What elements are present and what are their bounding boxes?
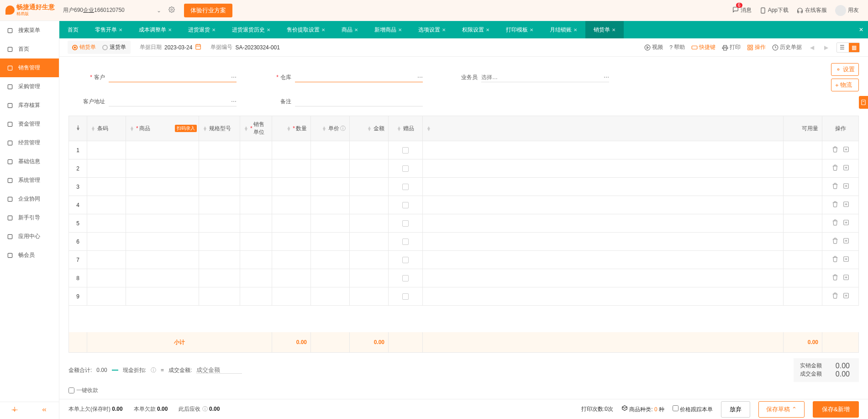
close-icon[interactable]: ✕ <box>119 27 122 32</box>
delete-row-button[interactable] <box>832 256 838 264</box>
checkbox-icon[interactable] <box>402 257 409 263</box>
sidebar-item-系统管理[interactable]: 系统管理 <box>0 171 59 190</box>
checkbox-icon[interactable] <box>402 147 409 154</box>
cell-spec[interactable] <box>199 233 240 251</box>
cell-spec[interactable] <box>199 214 240 233</box>
cell-barcode[interactable] <box>87 141 126 159</box>
save-new-button[interactable]: 保存&新增 <box>813 401 859 418</box>
col-avail[interactable]: 可用量 <box>784 116 822 141</box>
tab-新增商品[interactable]: 新增商品✕ <box>366 21 410 38</box>
delete-row-button[interactable] <box>832 201 838 209</box>
sidebar-item-基础信息[interactable]: 基础信息 <box>0 152 59 171</box>
discard-button[interactable]: 放弃 <box>721 401 750 418</box>
tenant-selector[interactable]: 用户690企业1660120750 ⌄ <box>63 6 161 14</box>
online-service-link[interactable]: 在线客服 <box>797 6 827 14</box>
delete-row-button[interactable] <box>832 164 838 172</box>
cell-barcode[interactable] <box>87 196 126 214</box>
cell-barcode[interactable] <box>87 269 126 287</box>
remark-input[interactable] <box>295 98 423 105</box>
info-icon[interactable]: ⓘ <box>151 366 156 374</box>
cell-price[interactable] <box>311 287 350 306</box>
cell-gift[interactable] <box>389 233 423 251</box>
insert-row-button[interactable] <box>843 292 849 300</box>
close-icon[interactable]: ✕ <box>321 27 325 32</box>
cell-product[interactable] <box>126 159 199 178</box>
cell-amount[interactable] <box>350 141 389 159</box>
print-link[interactable]: 打印 <box>722 43 741 51</box>
close-icon[interactable]: ✕ <box>398 27 402 32</box>
col-qty[interactable]: ▲▼*数量 <box>272 116 311 141</box>
cell-unit[interactable] <box>240 251 272 269</box>
cell-qty[interactable] <box>272 178 311 196</box>
cell-amount[interactable] <box>350 269 389 287</box>
cell-gift[interactable] <box>389 269 423 287</box>
cell-qty[interactable] <box>272 287 311 306</box>
cell-spec[interactable] <box>199 269 240 287</box>
scan-badge[interactable]: 扫码录入 <box>175 125 197 132</box>
cell-gift[interactable] <box>389 251 423 269</box>
radio-return[interactable]: 退货单 <box>102 43 126 51</box>
col-gift[interactable]: ▲▼赠品 <box>389 116 423 141</box>
cell-unit[interactable] <box>240 196 272 214</box>
checkbox-icon[interactable] <box>402 202 409 208</box>
list-view-button[interactable]: ☰ <box>837 43 847 52</box>
address-input[interactable] <box>109 98 231 105</box>
tab-打印模板[interactable]: 打印模板✕ <box>498 21 542 38</box>
checkbox-icon[interactable] <box>402 184 409 190</box>
col-spec[interactable]: ▲▼规格型号 <box>199 116 240 141</box>
sidebar-item-库存核算[interactable]: 库存核算 <box>0 96 59 115</box>
cell-qty[interactable] <box>272 269 311 287</box>
brand-logo[interactable]: 畅捷通好生意 精易版 <box>0 4 59 16</box>
cell-unit[interactable] <box>240 287 272 306</box>
cell-spec[interactable] <box>199 287 240 306</box>
tab-成本调整单[interactable]: 成本调整单✕ <box>131 21 180 38</box>
delete-row-button[interactable] <box>832 274 838 282</box>
cell-unit[interactable] <box>240 214 272 233</box>
info-icon[interactable]: ⓘ <box>340 125 346 133</box>
close-icon[interactable]: ✕ <box>486 27 489 32</box>
checkbox-icon[interactable] <box>402 293 409 300</box>
cell-price[interactable] <box>311 159 350 178</box>
cell-price[interactable] <box>311 269 350 287</box>
insert-row-button[interactable] <box>843 183 849 191</box>
radio-sale[interactable]: 销货单 <box>72 43 96 51</box>
cell-barcode[interactable] <box>87 178 126 196</box>
user-menu[interactable]: 用友 <box>835 5 859 16</box>
operations-link[interactable]: 操作 <box>747 43 766 51</box>
cell-unit[interactable] <box>240 178 272 196</box>
table-row[interactable]: 8 <box>69 269 859 287</box>
checkbox-icon[interactable] <box>402 220 409 227</box>
cell-price[interactable] <box>311 196 350 214</box>
salesperson-input[interactable] <box>481 74 604 80</box>
cell-qty[interactable] <box>272 233 311 251</box>
cell-qty[interactable] <box>272 214 311 233</box>
cell-unit[interactable] <box>240 159 272 178</box>
cell-amount[interactable] <box>350 159 389 178</box>
table-row[interactable]: 2 <box>69 159 859 178</box>
sidebar-collapse-button[interactable] <box>30 402 59 419</box>
cell-unit[interactable] <box>240 269 272 287</box>
warehouse-input[interactable] <box>295 74 417 80</box>
checkbox-icon[interactable] <box>402 239 409 245</box>
more-icon[interactable]: ⋯ <box>231 98 237 105</box>
cell-gift[interactable] <box>389 287 423 306</box>
cell-price[interactable] <box>311 233 350 251</box>
logistics-button[interactable]: +物流 <box>831 79 859 91</box>
tab-首页[interactable]: 首页 <box>59 21 87 38</box>
industry-cta-button[interactable]: 体验行业方案 <box>184 4 232 17</box>
prev-doc-button[interactable]: ◀ <box>808 44 816 51</box>
doc-date-value[interactable]: 2023-03-24 <box>164 44 192 51</box>
tab-权限设置[interactable]: 权限设置✕ <box>454 21 498 38</box>
table-row[interactable]: 7 <box>69 251 859 269</box>
close-icon[interactable]: ✕ <box>267 27 270 32</box>
col-price[interactable]: ▲▼单价 ⓘ <box>311 116 350 141</box>
sidebar-item-企业协同[interactable]: 企业协同 <box>0 190 59 208</box>
track-price-label[interactable]: 价格跟踪本单 <box>673 405 713 414</box>
cell-amount[interactable] <box>350 178 389 196</box>
delete-row-button[interactable] <box>832 183 838 191</box>
tab-月结锁账[interactable]: 月结锁账✕ <box>542 21 585 38</box>
cell-product[interactable] <box>126 141 199 159</box>
cell-spec[interactable] <box>199 141 240 159</box>
cell-price[interactable] <box>311 141 350 159</box>
close-icon[interactable]: ✕ <box>354 27 358 32</box>
